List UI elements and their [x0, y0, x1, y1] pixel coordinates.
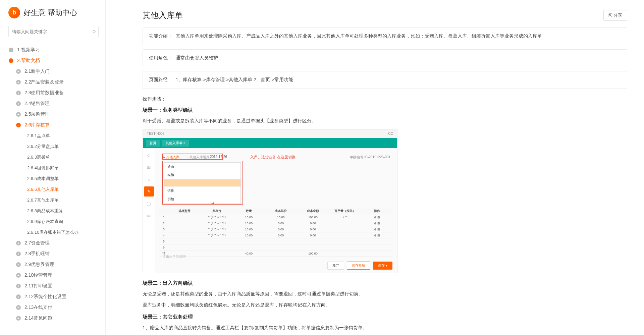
path-label: 页面路径：	[149, 77, 172, 82]
plus-icon: +	[16, 273, 21, 278]
intro-box: 功能介绍： 其他入库单用来处理除采购入库、产成品入库之外的其他入库业务，因此其他…	[143, 27, 627, 45]
nav-item-2-13[interactable]: +2.13在线支付	[8, 302, 99, 313]
plus-icon: +	[16, 251, 21, 257]
main-content: 其他入库单 ⇱ 分享 功能介绍： 其他入库单用来处理除采购入库、产成品入库之外的…	[106, 0, 644, 335]
nav-item-2-6-8[interactable]: 2.6.8商品成本重算	[8, 206, 99, 216]
dd-item: 切换	[164, 187, 240, 195]
nav-item-2-6-10[interactable]: 2.6.10库存账本错了怎么办	[8, 227, 99, 238]
rail-icon: ◇	[144, 150, 154, 160]
nav-label: 2.6.8商品成本重算	[27, 208, 63, 214]
intro-text: 其他入库单用来处理除采购入库、产成品入库之外的其他入库业务，因此其他入库单可处理…	[176, 34, 542, 39]
dd-item: 通由	[164, 163, 240, 171]
nav-item-2-9[interactable]: +2.9优惠券管理	[8, 259, 99, 270]
scene3-text: 1、赠品入库的商品直接转为销售。通过工具栏【复制/复制为销货单】功能，将单据信息…	[143, 324, 627, 332]
nav-label: 2.9优惠券管理	[24, 262, 54, 268]
plus-icon: +	[8, 47, 14, 53]
plus-icon: +	[16, 305, 21, 310]
shot-memo: 请输入单位说明	[162, 254, 186, 259]
nav-item-2-11[interactable]: +2.11打印设置	[8, 281, 99, 291]
share-button[interactable]: ⇱ 分享	[603, 10, 627, 21]
path-box: 页面路径： 1、库存核算->库存管理->其他入库单 2、首页->常用功能	[143, 71, 627, 89]
nav-item-2-8[interactable]: +2.8手机旺铺	[8, 248, 99, 259]
shot-btn-save: 保存 ▾	[373, 262, 392, 270]
steps-label: 操作步骤：	[143, 96, 627, 102]
nav-item-2-12[interactable]: +2.12系统个性化设置	[8, 291, 99, 302]
nav-item-2-5[interactable]: +2.5采购管理	[8, 109, 99, 120]
nav-item-2-14[interactable]: +2.14常见问题	[8, 313, 99, 324]
nav-item-2-6-9[interactable]: 2.6.9库存账本查询	[8, 216, 99, 227]
nav-label: 2.2产品安装及登录	[24, 79, 64, 85]
nav-item-2-6-5[interactable]: 2.6.5成本调整单	[8, 173, 99, 184]
nav-label: 2.4销售管理	[24, 101, 50, 107]
nav-label: 2.6.1盘点单	[27, 133, 50, 139]
nav-label: 2.3使用前数据准备	[24, 90, 64, 96]
nav-label: 2.8手机旺铺	[24, 251, 50, 257]
search-input[interactable]	[8, 26, 99, 37]
shot-dropdown: 通由 实施 切换 例如	[164, 162, 241, 204]
rail-icon: ◯	[144, 199, 154, 209]
nav-item-2-6-2[interactable]: 2.6.2分量盘点单	[8, 141, 99, 152]
arrow-icon: ←	[222, 155, 226, 161]
intro-label: 功能介绍：	[149, 34, 172, 39]
brand: b 好生意 帮助中心	[8, 7, 99, 18]
share-icon: ⇱	[608, 13, 612, 18]
table-row-total: 计40.00100.00	[159, 250, 393, 257]
nav-item-2-2[interactable]: +2.2产品安装及登录	[8, 77, 99, 88]
nav-label: 2.6.9库存账本查询	[27, 219, 63, 225]
plus-icon: +	[16, 294, 21, 299]
plus-icon: +	[16, 240, 21, 246]
plus-icon: +	[16, 101, 21, 106]
table-row: 3个(1个 = 1个)10.000.000.00⊕ ⊟	[159, 226, 393, 232]
nav-item-video[interactable]: + 1.视频学习	[8, 45, 99, 55]
shot-docno: 单据编号 IC-20191226-001	[350, 155, 390, 160]
nav-label: 2.帮助文档	[17, 58, 40, 64]
table-row: 2个(1个 = 1个)10.000.000.00⊕ ⊟	[159, 220, 393, 226]
nav-label: 2.6.6其他入库单	[27, 186, 59, 192]
nav-item-2-3[interactable]: +2.3使用前数据准备	[8, 88, 99, 98]
nav-label: 2.6.3调拨单	[27, 154, 50, 160]
nav-label: 2.10经营管理	[24, 272, 52, 278]
brand-title: 好生意 帮助中心	[23, 8, 77, 18]
nav-item-2-7[interactable]: +2.7资金管理	[8, 238, 99, 248]
page-title: 其他入库单	[143, 10, 183, 21]
shot-footer: 放弃 保存草稿 保存 ▾	[327, 262, 392, 270]
nav-label: 2.12系统个性化设置	[24, 294, 66, 300]
rail-icon-active: ✎	[144, 186, 154, 197]
nav-label: 2.6.7其他出库单	[27, 197, 59, 203]
title-row: 其他入库单 ⇱ 分享	[143, 10, 627, 21]
nav-item-2-6-4[interactable]: 2.6.4组装拆卸单	[8, 163, 99, 173]
nav-label: 2.6.2分量盘点单	[27, 144, 59, 150]
nav-item-2-10[interactable]: +2.10经营管理	[8, 270, 99, 281]
table-row: 5	[159, 238, 393, 244]
plus-icon: +	[16, 69, 21, 74]
table-header: 规格型号库存价数量成本单价成本金额可用量（按单）操作	[159, 208, 393, 214]
share-label: 分享	[613, 13, 622, 18]
shot-tab-current: 其他入库单 ×	[162, 140, 189, 147]
nav-item-2-1[interactable]: +2.1新手入门	[8, 66, 99, 77]
minus-icon: −	[8, 58, 14, 63]
nav-label: 2.7资金管理	[24, 240, 50, 246]
nav-label: 2.13在线支付	[24, 304, 52, 311]
plus-icon: +	[16, 283, 21, 289]
shot-tenant: TEST-H002	[147, 132, 164, 135]
shot-tab-home: 首页	[146, 140, 160, 147]
rail-icon: ▦	[144, 162, 154, 172]
shot-btn-cancel: 放弃	[327, 262, 344, 270]
nav-item-2-6-3[interactable]: 2.6.3调拨单	[8, 152, 99, 163]
sidebar: b 好生意 帮助中心 ⌕ + 1.视频学习 − 2.帮助文档 +2.1新手入门 …	[0, 0, 106, 335]
scene1-title: 场景一：业务类型确认	[143, 107, 627, 113]
nav-item-2-6-7[interactable]: 2.6.7其他出库单	[8, 195, 99, 206]
dd-item: 实施	[164, 171, 240, 179]
role-text: 通常由仓管人员维护	[176, 55, 218, 60]
search-box: ⌕	[8, 26, 99, 37]
shot-left-rail: ◇ ▦ ⌂ ✎ ◯ ▭	[143, 148, 155, 273]
nav-item-2-6-1[interactable]: 2.6.1盘点单	[8, 130, 99, 141]
nav-label: 2.14常见问题	[24, 315, 52, 321]
shot-annotation-1: 入库、退货业务 在这里切换	[250, 155, 296, 160]
search-button[interactable]: ⌕	[93, 28, 96, 34]
table-row: 4个(1个 = 1个)10.000.000.00⊕ ⊟	[159, 232, 393, 238]
nav-item-2-6[interactable]: −2.6库存核算	[8, 120, 99, 130]
nav-item-help-docs[interactable]: − 2.帮助文档	[8, 55, 99, 66]
nav-item-2-4[interactable]: +2.4销售管理	[8, 98, 99, 109]
nav-item-2-6-6[interactable]: 2.6.6其他入库单	[8, 184, 99, 195]
